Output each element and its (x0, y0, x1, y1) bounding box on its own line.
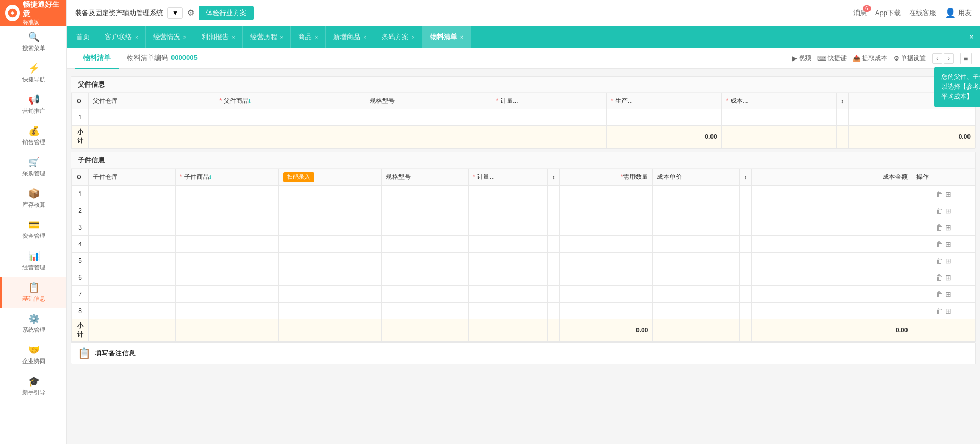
child-row2-unit[interactable] (469, 202, 547, 219)
parent-row-warehouse[interactable] (89, 109, 215, 126)
bottom-bar-text[interactable]: 填写备注信息 (95, 349, 136, 358)
child-row6-delete-button[interactable]: 🗑 (936, 273, 943, 282)
grid-view-button[interactable]: ≡ (960, 53, 972, 64)
child-row2-spec[interactable] (382, 202, 469, 219)
sidebar-item-marketing[interactable]: 📢 营销推广 (0, 89, 66, 120)
parent-row-production[interactable] (607, 109, 722, 126)
child-row2-qty[interactable] (559, 202, 653, 219)
extract-cost-button[interactable]: 📥 提取成本 (853, 54, 887, 63)
sidebar-item-enterprise[interactable]: 🤝 企业协同 (0, 339, 66, 370)
tab-customer[interactable]: 客户联络 × (97, 26, 146, 48)
parent-row-unit[interactable] (492, 109, 607, 126)
child-row4-product[interactable] (175, 236, 278, 253)
child-row4-qty[interactable] (559, 236, 653, 253)
child-row5-unit[interactable] (469, 253, 547, 269)
tab-add-product[interactable]: 新增商品 × (326, 26, 374, 48)
child-row3-product[interactable] (175, 219, 278, 236)
child-row8-unit[interactable] (469, 303, 547, 319)
child-col-scan[interactable]: 扫码录入 (278, 169, 382, 186)
child-row7-spec[interactable] (382, 286, 469, 303)
experience-button[interactable]: 体验行业方案 (199, 6, 254, 20)
child-row6-unit-cost[interactable] (653, 269, 740, 286)
child-row5-copy-button[interactable]: ⊞ (945, 257, 951, 265)
child-row8-spec[interactable] (382, 303, 469, 319)
tab-product[interactable]: 商品 × (291, 26, 326, 48)
child-row8-copy-button[interactable]: ⊞ (945, 307, 951, 315)
child-row8-unit-cost[interactable] (653, 303, 740, 319)
child-row2-product[interactable] (175, 202, 278, 219)
tab-bom-close[interactable]: × (460, 34, 463, 40)
child-row3-spec[interactable] (382, 219, 469, 236)
child-row3-delete-button[interactable]: 🗑 (936, 223, 943, 232)
close-all-tabs-button[interactable]: × (965, 32, 978, 42)
child-row2-amount[interactable] (752, 202, 912, 219)
child-row6-qty[interactable] (559, 269, 653, 286)
child-row4-delete-button[interactable]: 🗑 (936, 240, 943, 248)
tab-profit[interactable]: 利润报告 × (194, 26, 243, 48)
child-row7-warehouse[interactable] (89, 286, 176, 303)
child-row5-amount[interactable] (752, 253, 912, 269)
child-row6-copy-button[interactable]: ⊞ (945, 273, 951, 282)
child-row3-unit-cost[interactable] (653, 219, 740, 236)
sidebar-item-finance[interactable]: 💳 资金管理 (0, 214, 66, 245)
child-row5-spec[interactable] (382, 253, 469, 269)
child-row1-product[interactable] (175, 186, 278, 202)
parent-row-cost[interactable] (721, 109, 837, 126)
child-row6-product[interactable] (175, 269, 278, 286)
child-row4-warehouse[interactable] (89, 236, 176, 253)
child-row5-product[interactable] (175, 253, 278, 269)
child-row5-unit-cost[interactable] (653, 253, 740, 269)
system-dropdown-button[interactable]: ▼ (167, 7, 183, 19)
child-row6-amount[interactable] (752, 269, 912, 286)
child-row8-amount[interactable] (752, 303, 912, 319)
tab-history[interactable]: 经营历程 × (243, 26, 291, 48)
parent-row-spec[interactable] (365, 109, 492, 126)
child-row2-copy-button[interactable]: ⊞ (945, 207, 951, 215)
sidebar-item-quick-nav[interactable]: ⚡ 快捷导航 (0, 57, 66, 89)
child-row7-unit-cost[interactable] (653, 286, 740, 303)
tab-product-close[interactable]: × (315, 34, 318, 40)
child-row2-warehouse[interactable] (89, 202, 176, 219)
child-row3-unit[interactable] (469, 219, 547, 236)
child-row5-qty[interactable] (559, 253, 653, 269)
sub-tab-bom-list[interactable]: 物料清单 (75, 48, 119, 69)
child-row7-product[interactable] (175, 286, 278, 303)
tab-bom[interactable]: 物料清单 × (423, 26, 471, 48)
child-row7-amount[interactable] (752, 286, 912, 303)
sidebar-item-purchase[interactable]: 🛒 采购管理 (0, 151, 66, 183)
child-row7-delete-button[interactable]: 🗑 (936, 290, 943, 298)
sidebar-item-system[interactable]: ⚙️ 系统管理 (0, 308, 66, 339)
shortcut-button[interactable]: ⌨ 快捷键 (817, 54, 847, 63)
parent-col-gear[interactable]: ⚙ (72, 93, 89, 109)
child-row1-copy-button[interactable]: ⊞ (945, 190, 951, 198)
child-row8-qty[interactable] (559, 303, 653, 319)
child-row8-warehouse[interactable] (89, 303, 176, 319)
child-col-gear[interactable]: ⚙ (72, 169, 89, 186)
scan-input-button[interactable]: 扫码录入 (283, 172, 314, 182)
child-row3-copy-button[interactable]: ⊞ (945, 223, 951, 232)
child-row7-unit[interactable] (469, 286, 547, 303)
tab-add-product-close[interactable]: × (363, 34, 366, 40)
view-video-button[interactable]: ▶ 视频 (792, 54, 811, 63)
child-row1-spec[interactable] (382, 186, 469, 202)
single-settings-button[interactable]: ⚙ 单据设置 (893, 54, 926, 63)
child-row1-delete-button[interactable]: 🗑 (936, 190, 943, 198)
app-download-button[interactable]: App下载 (875, 8, 901, 18)
child-row1-unit[interactable] (469, 186, 547, 202)
sidebar-item-guide[interactable]: 🎓 新手引导 (0, 370, 66, 402)
child-row3-warehouse[interactable] (89, 219, 176, 236)
child-row8-delete-button[interactable]: 🗑 (936, 307, 943, 315)
tab-history-close[interactable]: × (280, 34, 284, 40)
child-row5-delete-button[interactable]: 🗑 (936, 257, 943, 265)
tab-barcode[interactable]: 条码方案 × (374, 26, 423, 48)
prev-arrow-button[interactable]: ‹ (932, 53, 942, 64)
child-row1-amount[interactable] (752, 186, 912, 202)
tab-barcode-close[interactable]: × (412, 34, 415, 40)
tab-profit-close[interactable]: × (232, 34, 235, 40)
child-row4-copy-button[interactable]: ⊞ (945, 240, 951, 248)
tab-home[interactable]: 首页 (69, 26, 97, 48)
child-row4-unit-cost[interactable] (653, 236, 740, 253)
child-row2-delete-button[interactable]: 🗑 (936, 207, 943, 215)
child-row7-copy-button[interactable]: ⊞ (945, 290, 951, 298)
sidebar-item-operations[interactable]: 📊 经营管理 (0, 245, 66, 277)
